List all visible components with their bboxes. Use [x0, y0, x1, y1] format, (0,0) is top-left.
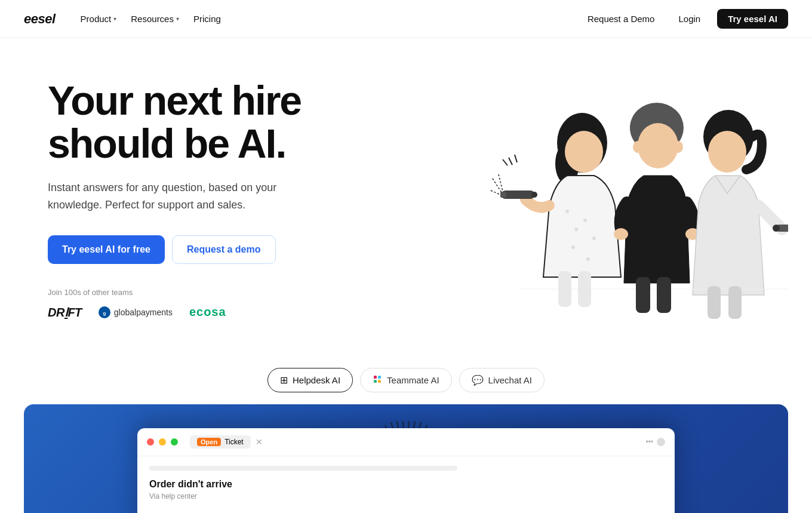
ticket-subtitle: Via help center: [149, 492, 663, 500]
close-button-dot: [147, 438, 154, 446]
gp-icon: g: [99, 306, 110, 318]
svg-point-19: [633, 141, 642, 153]
window-avatar: [657, 438, 665, 446]
nav-pricing[interactable]: Pricing: [187, 10, 227, 27]
svg-point-21: [614, 228, 628, 240]
demo-inner: Open Ticket ✕ ••• Order didn't arrive Vi…: [24, 404, 788, 513]
ecosa-logo: ecosa: [189, 305, 226, 319]
svg-point-24: [708, 131, 746, 173]
hero-subtitle: Instant answers for any question, based …: [48, 179, 322, 214]
svg-point-5: [565, 210, 569, 213]
svg-rect-30: [636, 277, 650, 313]
svg-point-26: [773, 225, 780, 232]
tab-livechat-label: Livechat AI: [488, 375, 532, 385]
svg-point-4: [565, 131, 603, 173]
partner-logos: DRⅠFT g globalpayments ecosa: [48, 305, 322, 320]
svg-point-9: [571, 245, 575, 249]
svg-line-16: [491, 191, 500, 195]
tab-helpdesk-label: Helpdesk AI: [293, 375, 340, 385]
svg-point-6: [574, 228, 578, 231]
request-demo-button[interactable]: Request a demo: [172, 235, 276, 264]
svg-rect-12: [500, 192, 506, 198]
logo[interactable]: eesel: [24, 11, 56, 27]
svg-line-14: [493, 179, 502, 192]
minimize-button-dot: [159, 438, 166, 446]
svg-point-18: [638, 123, 678, 168]
chat-icon: 💬: [472, 374, 484, 386]
tab-helpdesk[interactable]: ⊞ Helpdesk AI: [267, 368, 353, 392]
nav-links: Product ▾ Resources ▾ Pricing: [75, 10, 227, 27]
window-body: Order didn't arrive Via help center: [137, 456, 675, 510]
hero-section: Your next hire should be AI. Instant ans…: [0, 38, 812, 349]
slack-icon: [373, 374, 382, 386]
tab-teammate-label: Teammate AI: [387, 375, 439, 385]
svg-text:g: g: [103, 310, 106, 315]
svg-rect-33: [728, 286, 742, 319]
hero-buttons: Try eesel AI for free Request a demo: [48, 235, 322, 264]
hero-content: Your next hire should be AI. Instant ans…: [48, 79, 322, 319]
svg-rect-37: [374, 376, 377, 379]
ticket-tab-label: Ticket: [224, 438, 244, 446]
content-skeleton: [149, 466, 457, 471]
nav-right: Request a Demo Login Try eesel AI: [580, 9, 788, 29]
svg-point-8: [592, 236, 596, 240]
tab-livechat[interactable]: 💬 Livechat AI: [459, 368, 545, 392]
svg-point-7: [583, 219, 587, 222]
window-tab-ticket[interactable]: Open Ticket: [190, 435, 251, 449]
nav-product[interactable]: Product ▾: [75, 10, 123, 27]
close-tab-icon[interactable]: ✕: [256, 437, 263, 447]
svg-point-10: [586, 257, 590, 261]
social-proof-text: Join 100s of other teams: [48, 288, 322, 297]
svg-rect-28: [558, 271, 571, 307]
gp-text: globalpayments: [114, 308, 173, 317]
fullscreen-button-dot: [171, 438, 178, 446]
ticket-title: Order didn't arrive: [149, 479, 663, 490]
svg-rect-31: [657, 277, 671, 313]
navbar: eesel Product ▾ Resources ▾ Pricing Requ…: [0, 0, 812, 38]
global-payments-logo: g globalpayments: [99, 306, 173, 318]
try-free-button[interactable]: Try eesel AI for free: [48, 235, 165, 264]
window-titlebar: Open Ticket ✕ •••: [137, 428, 675, 456]
demo-section: Open Ticket ✕ ••• Order didn't arrive Vi…: [24, 404, 788, 513]
ticket-status-tag: Open: [197, 438, 221, 446]
window-tabs: Open Ticket ✕: [190, 435, 263, 449]
svg-rect-11: [502, 191, 534, 199]
svg-rect-39: [374, 380, 377, 383]
svg-line-35: [503, 159, 508, 165]
svg-rect-29: [578, 271, 591, 307]
chevron-down-icon: ▾: [113, 16, 116, 22]
drift-logo: DRⅠFT: [48, 305, 82, 320]
window-more-icon: •••: [645, 438, 653, 446]
svg-point-20: [673, 141, 683, 153]
try-eesel-button[interactable]: Try eesel AI: [717, 9, 788, 29]
tab-teammate[interactable]: Teammate AI: [360, 368, 452, 392]
svg-rect-38: [378, 376, 381, 379]
product-tabs: ⊞ Helpdesk AI Teammate AI 💬 Livechat AI: [0, 349, 812, 404]
request-demo-link[interactable]: Request a Demo: [580, 10, 662, 27]
hero-illustration: [490, 74, 788, 325]
chevron-down-icon: ▾: [176, 16, 179, 22]
svg-rect-40: [378, 380, 381, 383]
social-proof: Join 100s of other teams DRⅠFT g globalp…: [48, 288, 322, 320]
hero-title: Your next hire should be AI.: [48, 79, 322, 165]
nav-resources[interactable]: Resources ▾: [125, 10, 185, 27]
nav-left: eesel Product ▾ Resources ▾ Pricing: [24, 10, 227, 27]
svg-rect-32: [708, 286, 721, 319]
svg-line-36: [515, 155, 517, 162]
svg-line-34: [509, 158, 512, 165]
login-link[interactable]: Login: [671, 10, 708, 27]
grid-icon: ⊞: [280, 374, 288, 386]
app-window: Open Ticket ✕ ••• Order didn't arrive Vi…: [137, 428, 675, 513]
svg-point-13: [531, 192, 537, 198]
